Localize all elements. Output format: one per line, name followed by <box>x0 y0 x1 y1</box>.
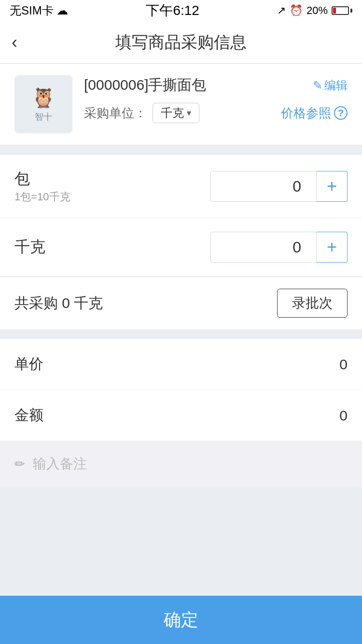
quantity-row-bao: 包 1包=10千克 + <box>0 155 362 218</box>
battery-bar <box>332 6 352 15</box>
unit-price-value: 0 <box>339 356 348 373</box>
location-icon: ↗ <box>277 4 286 17</box>
gray-filler-area <box>0 487 362 596</box>
unit-price-row: 单价 0 <box>0 339 362 390</box>
section-divider-2 <box>0 329 362 339</box>
unit-value: 千克 <box>161 105 184 121</box>
edit-label: 编辑 <box>324 78 348 93</box>
price-ref-label: 价格参照 <box>281 105 331 122</box>
remark-section[interactable]: ✏ 输入备注 <box>0 441 362 487</box>
price-reference-button[interactable]: 价格参照 ? <box>281 105 348 122</box>
unit-select[interactable]: 千克 ▾ <box>153 103 199 123</box>
main-content: 🦉 智十 [0000006]手撕面包 ✎ 编辑 采购单位： 千克 ▾ <box>0 64 362 596</box>
quantity-row-kg: 千克 + <box>0 218 362 277</box>
alarm-icon: ⏰ <box>290 4 303 17</box>
unit-label: 采购单位： <box>84 105 147 122</box>
back-button[interactable]: ‹ <box>12 32 17 53</box>
batch-record-button[interactable]: 录批次 <box>277 289 348 318</box>
qty-label-main-bao: 包 <box>14 168 210 190</box>
total-row: 共采购 0 千克 录批次 <box>0 277 362 329</box>
qty-plus-button-bao[interactable]: + <box>317 171 348 202</box>
price-section: 单价 0 金额 0 <box>0 339 362 441</box>
total-purchase-text: 共采购 0 千克 <box>14 294 103 313</box>
qty-input-group-kg: + <box>210 232 348 263</box>
confirm-button[interactable]: 确定 <box>0 596 362 644</box>
qty-label-group-bao: 包 1包=10千克 <box>14 168 210 204</box>
status-time: 下午6:12 <box>146 1 199 20</box>
no-sim-label: 无SIM卡 ☁ <box>10 3 68 18</box>
nav-bar: ‹ 填写商品采购信息 <box>0 21 362 64</box>
qty-input-bao[interactable] <box>210 171 317 202</box>
edit-button[interactable]: ✎ 编辑 <box>313 78 348 93</box>
amount-label: 金额 <box>14 406 43 425</box>
help-icon: ? <box>334 106 348 120</box>
product-thumbnail: 🦉 智十 <box>14 75 72 133</box>
thumb-label: 智十 <box>35 111 52 123</box>
section-divider-1 <box>0 145 362 155</box>
qty-plus-button-kg[interactable]: + <box>317 232 348 263</box>
status-bar: 无SIM卡 ☁ 下午6:12 ↗ ⏰ 20% <box>0 0 362 21</box>
qty-input-kg[interactable] <box>210 232 317 263</box>
thumb-owl-icon: 🦉 <box>31 86 56 109</box>
product-info: [0000006]手撕面包 ✎ 编辑 采购单位： 千克 ▾ 价格参照 ? <box>84 75 348 123</box>
quantity-section: 包 1包=10千克 + 千克 + 共采购 0 <box>0 155 362 329</box>
edit-icon: ✎ <box>313 79 322 92</box>
qty-label-main-kg: 千克 <box>14 237 210 258</box>
qty-label-sub-bao: 1包=10千克 <box>14 190 210 204</box>
remark-placeholder: 输入备注 <box>33 455 87 473</box>
plus-icon-bao: + <box>327 178 337 195</box>
page-title: 填写商品采购信息 <box>115 31 247 54</box>
amount-row: 金额 0 <box>0 390 362 441</box>
unit-row: 采购单位： 千克 ▾ 价格参照 ? <box>84 103 348 123</box>
qty-label-group-kg: 千克 <box>14 237 210 258</box>
amount-value: 0 <box>339 407 348 424</box>
battery-percent: 20% <box>306 4 328 17</box>
plus-icon-kg: + <box>327 238 337 256</box>
product-card: 🦉 智十 [0000006]手撕面包 ✎ 编辑 采购单位： 千克 ▾ <box>0 64 362 145</box>
product-name: [0000006]手撕面包 <box>84 75 206 95</box>
product-header: [0000006]手撕面包 ✎ 编辑 <box>84 75 348 95</box>
pencil-icon: ✏ <box>14 457 25 472</box>
qty-input-group-bao: + <box>210 171 348 202</box>
chevron-down-icon: ▾ <box>187 108 191 118</box>
status-left: 无SIM卡 ☁ <box>10 3 68 18</box>
unit-price-label: 单价 <box>14 354 43 374</box>
status-right: ↗ ⏰ 20% <box>277 4 352 17</box>
